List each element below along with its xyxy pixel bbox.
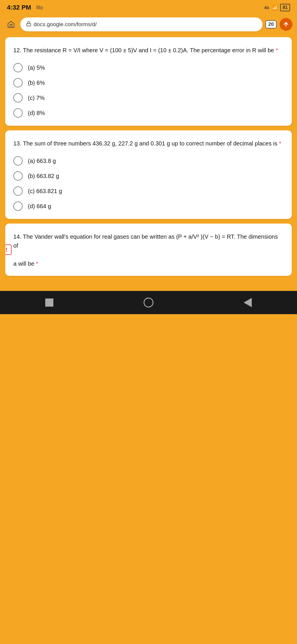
- battery-indicator: 81: [280, 4, 290, 11]
- status-left: 4:32 PM filo: [7, 4, 43, 11]
- option-12d[interactable]: (d) 8%: [13, 108, 284, 118]
- option-13a[interactable]: (a) 663.8 g: [13, 156, 284, 166]
- question-14-text: 14. The Vander wall's equation for real …: [13, 232, 284, 268]
- home-button[interactable]: [5, 18, 17, 31]
- radio-13a[interactable]: [13, 156, 23, 166]
- url-bar[interactable]: docs.google.com/forms/d/: [20, 17, 262, 31]
- back-icon: [244, 298, 252, 307]
- url-text: docs.google.com/forms/d/: [34, 21, 97, 28]
- question-12-text: 12. The resistance R = V/I where V = (10…: [13, 46, 284, 55]
- question-13-card: 13. The sum of three numbers 436.32 g, 2…: [5, 130, 292, 219]
- option-12b[interactable]: (b) 6%: [13, 78, 284, 87]
- home-icon: [144, 298, 153, 307]
- option-12d-label: (d) 8%: [28, 110, 45, 116]
- status-bar: 4:32 PM filo 4G 📶 81: [0, 0, 297, 15]
- browser-bar: docs.google.com/forms/d/ 20: [0, 15, 297, 34]
- option-12c-label: (c) 7%: [28, 95, 45, 101]
- status-app: filo: [36, 5, 43, 11]
- question-13-number: 13. The sum of three numbers 436.32 g, 2…: [13, 140, 279, 147]
- warning-icon: !: [5, 244, 12, 255]
- lock-icon: [26, 21, 31, 28]
- nav-back-button[interactable]: [244, 298, 252, 307]
- question-13-required: *: [279, 140, 281, 147]
- nav-recent-button[interactable]: [45, 298, 53, 307]
- option-13d-label: (d) 664 g: [28, 203, 51, 210]
- status-time: 4:32 PM: [7, 4, 31, 11]
- question-13-options: (a) 663.8 g (b) 663.82 g (c) 663.821 g (…: [13, 156, 284, 211]
- option-13a-label: (a) 663.8 g: [28, 158, 56, 164]
- option-13c-label: (c) 663.821 g: [28, 188, 62, 195]
- question-12-required: *: [276, 47, 278, 53]
- radio-13d[interactable]: [13, 202, 23, 211]
- question-12-number: 12. The resistance R = V/I where V = (10…: [13, 47, 276, 53]
- question-12-options: (a) 5% (b) 6% (c) 7% (d) 8%: [13, 63, 284, 118]
- option-13b[interactable]: (b) 663.82 g: [13, 171, 284, 181]
- question-14-card: ! 14. The Vander wall's equation for rea…: [5, 224, 292, 276]
- radio-13c[interactable]: [13, 186, 23, 196]
- option-13b-label: (b) 663.82 g: [28, 173, 59, 179]
- radio-12a[interactable]: [13, 63, 23, 72]
- lte-indicator: 4G: [264, 6, 269, 10]
- content-area: 12. The resistance R = V/I where V = (10…: [0, 34, 297, 279]
- radio-13b[interactable]: [13, 171, 23, 181]
- option-12a-label: (a) 5%: [28, 64, 45, 71]
- upload-button[interactable]: [280, 18, 292, 31]
- recent-icon: [45, 298, 53, 307]
- option-13d[interactable]: (d) 664 g: [13, 202, 284, 211]
- option-13c[interactable]: (c) 663.821 g: [13, 186, 284, 196]
- question-13-text: 13. The sum of three numbers 436.32 g, 2…: [13, 139, 284, 148]
- nav-home-button[interactable]: [144, 298, 153, 307]
- question-14-partial-label: a will be: [13, 260, 36, 267]
- radio-12b[interactable]: [13, 78, 23, 87]
- radio-12c[interactable]: [13, 93, 23, 102]
- status-right: 4G 📶 81: [264, 4, 290, 11]
- question-14-required: *: [36, 260, 38, 267]
- signal-icon: 📶: [271, 4, 278, 11]
- tab-count[interactable]: 20: [265, 20, 277, 28]
- question-12-card: 12. The resistance R = V/I where V = (10…: [5, 37, 292, 126]
- option-12b-label: (b) 6%: [28, 80, 45, 86]
- svg-rect-0: [27, 24, 31, 26]
- option-12a[interactable]: (a) 5%: [13, 63, 284, 72]
- radio-12d[interactable]: [13, 108, 23, 118]
- bottom-nav: [0, 291, 297, 314]
- option-12c[interactable]: (c) 7%: [13, 93, 284, 102]
